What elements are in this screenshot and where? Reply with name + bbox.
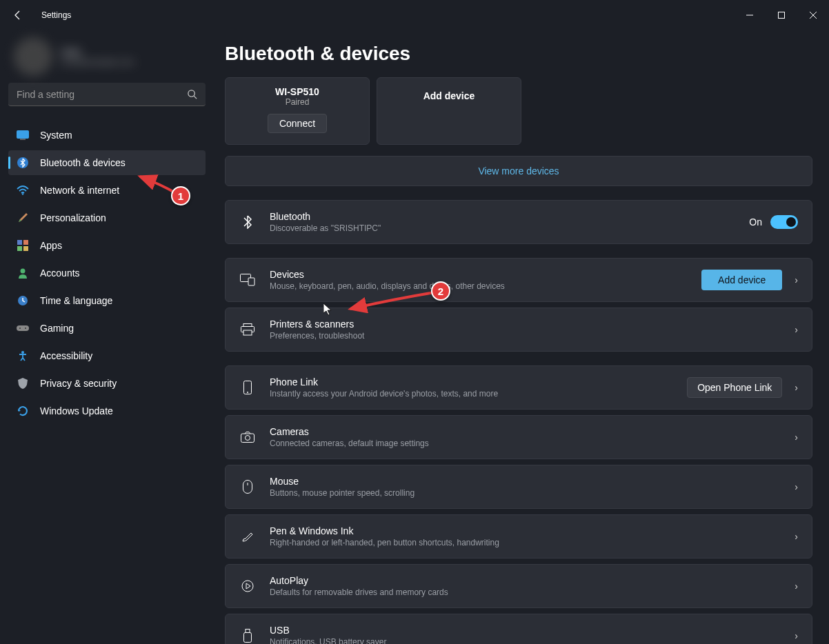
svg-point-14	[25, 328, 26, 329]
search-box[interactable]	[8, 83, 206, 106]
svg-rect-6	[17, 240, 22, 245]
autoplay-row[interactable]: AutoPlay Defaults for removable drives a…	[225, 564, 812, 608]
svg-rect-3	[20, 139, 26, 140]
nav-label: Apps	[40, 240, 62, 251]
avatar	[14, 37, 52, 76]
camera-icon	[239, 432, 256, 443]
nav-label: Windows Update	[40, 405, 113, 416]
search-input[interactable]	[17, 89, 187, 100]
page-title: Bluetooth & devices	[225, 43, 812, 65]
bluetooth-icon	[17, 157, 29, 169]
nav-gaming[interactable]: Gaming	[8, 316, 206, 341]
update-icon	[17, 405, 29, 417]
nav-system[interactable]: System	[8, 123, 206, 148]
toggle-label: On	[749, 217, 762, 228]
pen-ink-row[interactable]: Pen & Windows Ink Right-handed or left-h…	[225, 514, 812, 559]
annotation-badge-1: 1	[171, 186, 190, 205]
printer-icon	[239, 323, 256, 336]
add-device-label: Add device	[423, 90, 475, 101]
nav-label: Accessibility	[40, 350, 92, 361]
setting-title: Mouse	[270, 476, 795, 487]
chevron-right-icon: ›	[795, 531, 798, 542]
svg-rect-25	[243, 481, 252, 494]
svg-point-22	[247, 392, 248, 393]
window-title: Settings	[41, 10, 71, 20]
setting-subtitle: Right-handed or left-handed, pen button …	[270, 538, 795, 547]
sidebar: User user@example.com System Bluetooth &…	[0, 30, 214, 644]
back-button[interactable]	[6, 3, 30, 28]
devices-row[interactable]: Devices Mouse, keyboard, pen, audio, dis…	[225, 258, 812, 302]
svg-rect-28	[246, 630, 250, 633]
nav-bluetooth-devices[interactable]: Bluetooth & devices	[8, 150, 206, 175]
shield-icon	[17, 377, 29, 390]
add-device-card[interactable]: Add device	[377, 77, 521, 145]
setting-title: Pen & Windows Ink	[270, 525, 795, 536]
nav-windows-update[interactable]: Windows Update	[8, 399, 206, 423]
svg-point-1	[188, 90, 194, 97]
add-device-button[interactable]: Add device	[701, 270, 782, 290]
svg-rect-0	[779, 12, 785, 19]
view-more-label: View more devices	[478, 165, 559, 177]
setting-subtitle: Instantly access your Android device's p…	[270, 389, 687, 399]
autoplay-icon	[239, 580, 256, 592]
svg-point-5	[22, 193, 23, 194]
setting-subtitle: Mouse, keyboard, pen, audio, displays an…	[270, 281, 701, 291]
chevron-right-icon: ›	[795, 581, 798, 592]
view-more-devices[interactable]: View more devices	[225, 156, 812, 186]
close-button[interactable]	[797, 4, 829, 26]
paired-device-card[interactable]: WI-SP510 Paired Connect	[225, 77, 370, 145]
nav-label: Bluetooth & devices	[40, 157, 126, 168]
mouse-row[interactable]: Mouse Buttons, mouse pointer speed, scro…	[225, 465, 812, 509]
setting-subtitle: Discoverable as "SRISHTIPC"	[270, 223, 749, 233]
bluetooth-toggle-row[interactable]: Bluetooth Discoverable as "SRISHTIPC" On	[225, 200, 812, 244]
usb-icon	[239, 629, 256, 643]
usb-row[interactable]: USB Notifications, USB battery saver ›	[225, 614, 812, 644]
setting-title: Phone Link	[270, 376, 687, 388]
nav-apps[interactable]: Apps	[8, 233, 206, 258]
svg-rect-12	[17, 325, 29, 331]
maximize-button[interactable]	[766, 4, 797, 26]
user-profile[interactable]: User user@example.com	[8, 30, 206, 83]
content-area: Bluetooth & devices WI-SP510 Paired Conn…	[214, 30, 829, 644]
connect-button[interactable]: Connect	[268, 114, 327, 133]
chevron-right-icon: ›	[795, 382, 798, 393]
person-icon	[17, 267, 29, 279]
nav-personalization[interactable]: Personalization	[8, 205, 206, 230]
nav-label: Time & language	[40, 295, 112, 306]
nav-label: Network & internet	[40, 185, 119, 196]
open-phone-link-button[interactable]: Open Phone Link	[687, 377, 782, 398]
chevron-right-icon: ›	[795, 630, 798, 641]
cursor-icon	[323, 303, 333, 316]
nav-label: System	[40, 130, 72, 141]
chevron-right-icon: ›	[795, 324, 798, 335]
annotation-badge-2: 2	[431, 281, 450, 301]
svg-rect-8	[17, 246, 22, 251]
wifi-icon	[17, 184, 29, 197]
nav-time-language[interactable]: Time & language	[8, 288, 206, 313]
apps-icon	[17, 239, 29, 252]
svg-rect-7	[23, 240, 28, 245]
nav-label: Personalization	[40, 212, 106, 223]
nav-privacy-security[interactable]: Privacy & security	[8, 371, 206, 396]
nav-accounts[interactable]: Accounts	[8, 261, 206, 285]
svg-point-13	[19, 328, 21, 329]
system-icon	[17, 129, 29, 141]
bluetooth-icon	[239, 215, 256, 229]
printers-scanners-row[interactable]: Printers & scanners Preferences, trouble…	[225, 308, 812, 352]
chevron-right-icon: ›	[795, 432, 798, 443]
phone-link-row[interactable]: Phone Link Instantly access your Android…	[225, 365, 812, 410]
nav-label: Gaming	[40, 323, 74, 334]
nav-accessibility[interactable]: Accessibility	[8, 343, 206, 368]
minimize-button[interactable]	[734, 4, 766, 26]
user-name: User	[61, 46, 134, 57]
bluetooth-toggle-switch[interactable]	[770, 215, 798, 229]
setting-title: Cameras	[270, 426, 795, 437]
setting-subtitle: Buttons, mouse pointer speed, scrolling	[270, 488, 795, 498]
svg-rect-17	[248, 278, 254, 285]
setting-title: AutoPlay	[270, 575, 795, 586]
setting-title: USB	[270, 625, 795, 636]
setting-subtitle: Preferences, troubleshoot	[270, 331, 795, 341]
cameras-row[interactable]: Cameras Connected cameras, default image…	[225, 415, 812, 459]
nav-label: Accounts	[40, 268, 80, 279]
svg-rect-2	[17, 131, 29, 139]
